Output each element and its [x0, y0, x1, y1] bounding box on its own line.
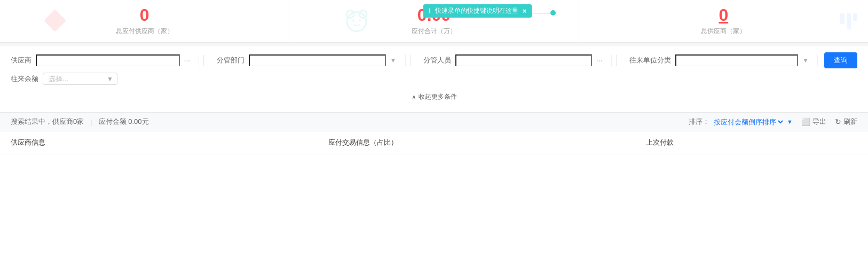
refresh-icon: ↻	[835, 117, 841, 126]
sort-chevron: ▼	[787, 119, 793, 125]
divider-1	[203, 55, 204, 66]
department-chevron[interactable]: ▼	[390, 57, 397, 64]
tooltip-close[interactable]: ×	[523, 7, 527, 15]
svg-point-1	[347, 12, 366, 31]
sort-label: 排序：	[689, 117, 709, 127]
sort-select[interactable]: 按应付会额倒序排序	[712, 117, 785, 127]
svg-point-5	[359, 19, 361, 21]
col-header-lastpay: 上次付款	[646, 138, 858, 147]
result-info-text: 搜索结果中，供应商0家	[11, 117, 84, 127]
total-suppliers-number: 0	[719, 6, 728, 23]
supplier-dots-btn[interactable]: ···	[184, 56, 191, 65]
collapse-btn-wrap: ∧ 收起更多条件	[11, 88, 857, 108]
unit-class-input[interactable]	[675, 54, 798, 66]
table-header: 供应商信息 应付交易信息（占比） 上次付款	[0, 131, 868, 154]
balance-label: 往来余额	[11, 74, 38, 84]
tooltip-connector-dot	[550, 10, 556, 15]
collapse-icon: ∧	[412, 93, 416, 101]
payable-suppliers-number: 0	[140, 6, 149, 23]
tooltip-exclamation: !	[429, 7, 431, 15]
collapse-button[interactable]: ∧ 收起更多条件	[403, 90, 465, 104]
export-icon: ⬜	[801, 117, 810, 126]
stat-payable-total: 0.00 应付合计（万） ! 快速录单的快捷键说明在这里 ×	[289, 0, 579, 42]
svg-rect-0	[44, 9, 66, 32]
col-header-transaction: 应付交易信息（占比）	[328, 138, 646, 147]
filter-supplier: 供应商 ···	[11, 54, 199, 66]
svg-point-4	[352, 19, 354, 21]
tooltip-banner: ! 快速录单的快捷键说明在这里 ×	[423, 4, 532, 18]
payable-total-label: 应付合计（万）	[412, 27, 456, 36]
result-bar: 搜索结果中，供应商0家 | 应付金额 0.00元 排序： 按应付会额倒序排序 ▼…	[0, 113, 868, 131]
department-label: 分管部门	[217, 56, 244, 65]
person-input[interactable]	[455, 54, 593, 66]
unit-class-chevron[interactable]: ▼	[802, 57, 809, 64]
refresh-btn[interactable]: ↻ 刷新	[835, 117, 857, 127]
sort-wrap: 排序： 按应付会额倒序排序 ▼	[689, 117, 793, 127]
bar-decoration	[840, 13, 857, 29]
table-body	[0, 154, 868, 275]
collapse-label: 收起更多条件	[419, 92, 457, 101]
total-suppliers-label: 总供应商（家）	[701, 27, 746, 36]
refresh-label: 刷新	[843, 117, 857, 127]
payable-suppliers-label: 总应付供应商（家）	[116, 27, 173, 36]
unit-class-label: 往来单位分类	[629, 56, 671, 65]
divider-2	[410, 55, 411, 66]
result-divider: |	[90, 118, 92, 126]
person-dots-btn[interactable]: ···	[596, 56, 603, 65]
balance-select[interactable]: 选择...	[43, 73, 117, 85]
diamond-decoration	[43, 8, 67, 34]
query-button[interactable]: 查询	[824, 52, 857, 68]
filter-row-1: 供应商 ··· 分管部门 ▼ 分管人员 ··· 往来单位分类 ▼ 查询	[11, 52, 857, 68]
person-label: 分管人员	[423, 56, 451, 65]
balance-select-wrap: 选择... ▼	[43, 73, 117, 85]
filter-department: 分管部门 ▼	[208, 54, 405, 66]
filter-area: 供应商 ··· 分管部门 ▼ 分管人员 ··· 往来单位分类 ▼ 查询	[0, 46, 868, 113]
tooltip-text: 快速录单的快捷键说明在这里	[435, 6, 518, 15]
export-btn[interactable]: ⬜ 导出	[801, 117, 826, 127]
result-amount-text: 应付金额 0.00元	[99, 117, 149, 127]
stat-total-suppliers: 0 总供应商（家）	[579, 0, 868, 42]
result-info-group: 搜索结果中，供应商0家 | 应付金额 0.00元	[11, 117, 149, 127]
col-header-supplier: 供应商信息	[11, 138, 328, 147]
filter-row-2: 往来余额 选择... ▼	[11, 73, 857, 85]
stat-payable-suppliers: 0 总应付供应商（家）	[0, 0, 289, 42]
supplier-input[interactable]	[36, 54, 180, 66]
filter-person: 分管人员 ···	[415, 54, 612, 66]
supplier-label: 供应商	[11, 56, 31, 65]
department-input[interactable]	[249, 54, 385, 66]
result-actions-group: 排序： 按应付会额倒序排序 ▼ ⬜ 导出 ↻ 刷新	[689, 117, 857, 127]
bear-decoration	[343, 6, 370, 36]
divider-3	[616, 55, 617, 66]
stats-bar: 0 总应付供应商（家） 0.00 应付合计（万） ! 快速录单的快捷键说明在这里…	[0, 0, 868, 43]
export-label: 导出	[812, 117, 826, 127]
filter-balance: 往来余额 选择... ▼	[11, 73, 126, 85]
filter-unit-class: 往来单位分类 ▼	[621, 54, 818, 66]
